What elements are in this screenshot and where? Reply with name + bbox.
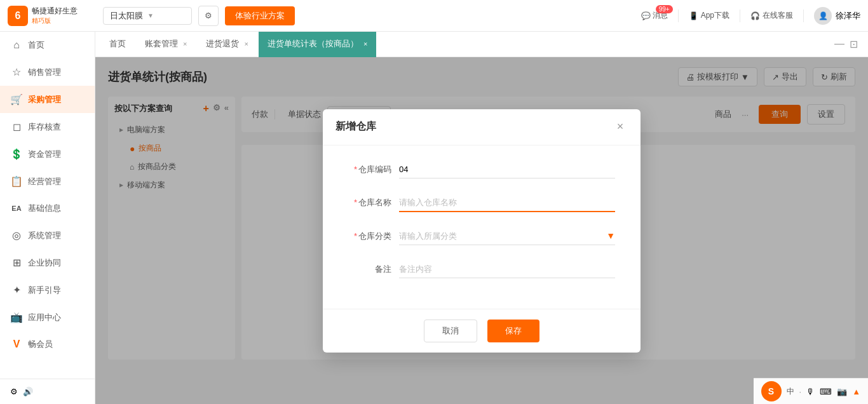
- keyboard-icon[interactable]: ⌨: [820, 387, 832, 396]
- tab-close-account[interactable]: ×: [183, 40, 187, 48]
- tab-maximize-button[interactable]: ⊡: [850, 38, 858, 50]
- sidebar-item-system[interactable]: ◎ 系统管理: [0, 222, 95, 249]
- trial-button[interactable]: 体验行业方案: [225, 6, 295, 25]
- tab-close-purchase-return[interactable]: ×: [244, 40, 248, 48]
- speaker-icon[interactable]: 🔊: [23, 387, 33, 396]
- phone-icon: 📱: [689, 11, 698, 20]
- divider2: [740, 10, 740, 22]
- logo-text: 畅捷通好生意 精巧版: [32, 6, 78, 25]
- modal-close-button[interactable]: ×: [613, 119, 628, 135]
- home-icon: ⌂: [10, 39, 23, 51]
- save-button[interactable]: 保存: [487, 320, 539, 342]
- sidebar-item-home[interactable]: ⌂ 首页: [0, 32, 95, 58]
- sidebar-item-purchase[interactable]: 🛒 采购管理: [0, 86, 95, 113]
- purchase-icon: 🛒: [10, 93, 23, 105]
- remark-label: 备注: [348, 264, 399, 275]
- name-label: 仓库名称: [348, 197, 399, 208]
- cancel-button[interactable]: 取消: [424, 320, 477, 342]
- main-layout: ⌂ 首页 ☆ 销售管理 🛒 采购管理 ◻ 库存核查 💲 资金管理 📋 经营管理: [0, 32, 868, 404]
- header-middle: 日太阳膜 ▼ ⚙ 体验行业方案: [103, 6, 641, 26]
- enterprise-icon: ⊞: [10, 257, 23, 269]
- store-dropdown-arrow: ▼: [147, 12, 185, 19]
- mic-icon[interactable]: 🎙: [806, 387, 815, 396]
- modal-new-warehouse: 新增仓库 × 仓库编码 仓库名称: [323, 109, 641, 353]
- category-select-row: ▼: [399, 227, 615, 245]
- tab-purchase-stat[interactable]: 进货单统计表（按商品） ×: [259, 32, 376, 57]
- basic-icon: EA: [10, 205, 23, 212]
- header-right: 💬 消息 99+ 📱 App下载 🎧 在线客服 👤 徐泽华: [641, 7, 860, 25]
- sidebar-item-inventory[interactable]: ◻ 库存核查: [0, 113, 95, 140]
- tab-actions: — ⊡: [829, 38, 863, 50]
- sidebar-bottom: ⚙ 🔊: [0, 379, 95, 404]
- dot-separator: ·: [799, 387, 802, 396]
- modal-footer: 取消 保存: [323, 309, 641, 353]
- app-download-button[interactable]: 📱 App下载: [689, 10, 729, 21]
- top-header: 6 畅捷通好生意 精巧版 日太阳膜 ▼ ⚙ 体验行业方案 💬 消息 99+ 📱 …: [0, 0, 868, 32]
- remark-input[interactable]: [399, 260, 615, 278]
- form-row-code: 仓库编码: [348, 161, 615, 178]
- logo-icon: 6: [8, 6, 28, 26]
- content-area: 首页 账套管理 × 进货退货 × 进货单统计表（按商品） × — ⊡: [95, 32, 868, 404]
- app-center-icon: 📺: [10, 311, 23, 323]
- username: 徐泽华: [836, 10, 860, 22]
- user-area[interactable]: 👤 徐泽华: [814, 7, 860, 25]
- settings-button[interactable]: ⚙: [198, 6, 219, 26]
- divider3: [803, 10, 804, 22]
- notification-badge: 99+: [656, 5, 673, 13]
- online-service-button[interactable]: 🎧 在线客服: [750, 10, 793, 21]
- tab-home[interactable]: 首页: [100, 32, 135, 57]
- chinese-char: 中: [787, 386, 794, 397]
- category-label: 仓库分类: [348, 231, 399, 242]
- code-input[interactable]: [399, 161, 615, 178]
- settings-bottom-icon[interactable]: ⚙: [10, 387, 18, 396]
- category-input[interactable]: [399, 227, 606, 245]
- modal-overlay: 新增仓库 × 仓库编码 仓库名称: [95, 57, 868, 404]
- tab-purchase-return[interactable]: 进货退货 ×: [197, 32, 257, 57]
- store-selector[interactable]: 日太阳膜 ▼: [103, 7, 192, 25]
- sidebar-item-newbie[interactable]: ✦ 新手引导: [0, 276, 95, 304]
- tab-close-purchase-stat[interactable]: ×: [363, 40, 367, 48]
- sidebar-item-app-center[interactable]: 📺 应用中心: [0, 304, 95, 331]
- sidebar-item-sales[interactable]: ☆ 销售管理: [0, 58, 95, 86]
- category-dropdown-arrow[interactable]: ▼: [606, 231, 615, 241]
- form-row-category: 仓库分类 ▼: [348, 227, 615, 245]
- user-avatar: 👤: [814, 7, 832, 25]
- form-row-remark: 备注: [348, 260, 615, 278]
- tab-account[interactable]: 账套管理 ×: [136, 32, 196, 57]
- sidebar-item-enterprise[interactable]: ⊞ 企业协同: [0, 249, 95, 276]
- page-content: 进货单统计(按商品) 🖨 按模板打印 ▼ ↗ 导出 ↻ 刷新: [95, 57, 868, 404]
- capital-icon: 💲: [10, 148, 23, 160]
- notification-button[interactable]: 💬 消息 99+: [641, 10, 668, 21]
- tab-bar: 首页 账套管理 × 进货退货 × 进货单统计表（按商品） × — ⊡: [95, 32, 868, 57]
- logo-area: 6 畅捷通好生意 精巧版: [8, 6, 103, 26]
- name-input[interactable]: [399, 194, 615, 212]
- inventory-icon: ◻: [10, 121, 23, 133]
- operation-icon: 📋: [10, 175, 23, 187]
- sidebar-item-vip[interactable]: V 畅会员: [0, 331, 95, 358]
- code-label: 仓库编码: [348, 164, 399, 175]
- camera-icon[interactable]: 📷: [837, 387, 847, 396]
- form-row-name: 仓库名称: [348, 194, 615, 212]
- newbie-icon: ✦: [10, 284, 23, 296]
- vip-icon: V: [10, 339, 23, 350]
- sidebar-item-operation[interactable]: 📋 经营管理: [0, 168, 95, 195]
- modal-header: 新增仓库 ×: [323, 109, 641, 145]
- divider: [678, 10, 679, 22]
- bottom-status-bar: S 中 · 🎙 ⌨ 📷 ▲: [754, 378, 869, 404]
- sidebar-item-basic[interactable]: EA 基础信息: [0, 195, 95, 222]
- modal-body: 仓库编码 仓库名称 仓库分类 ▼: [323, 145, 641, 309]
- system-icon: ◎: [10, 229, 23, 241]
- modal-title: 新增仓库: [336, 120, 376, 133]
- headset-icon: 🎧: [750, 11, 760, 20]
- upload-icon[interactable]: ▲: [852, 387, 860, 396]
- sidebar-item-capital[interactable]: 💲 资金管理: [0, 140, 95, 168]
- tab-minimize-button[interactable]: —: [834, 38, 844, 50]
- s-logo: S: [761, 381, 782, 401]
- sidebar: ⌂ 首页 ☆ 销售管理 🛒 采购管理 ◻ 库存核查 💲 资金管理 📋 经营管理: [0, 32, 95, 404]
- sales-icon: ☆: [10, 66, 23, 78]
- message-icon: 💬: [641, 11, 651, 20]
